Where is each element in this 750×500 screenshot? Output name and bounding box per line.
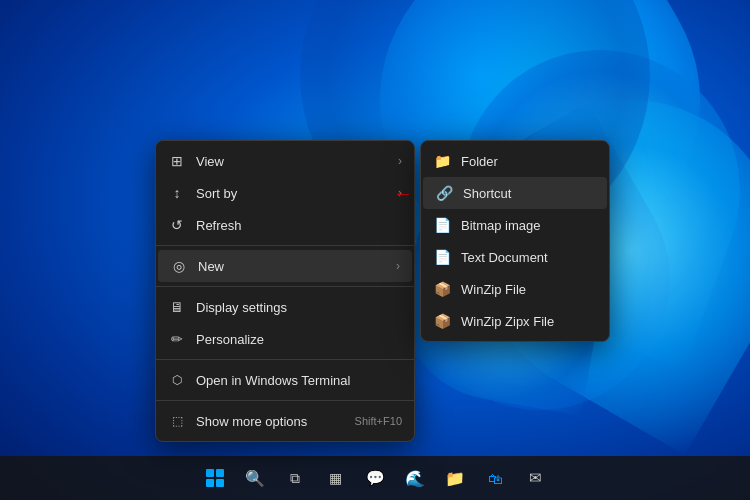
- submenu-item-textdoc[interactable]: 📄 Text Document: [421, 241, 609, 273]
- terminal-icon: ⬡: [168, 371, 186, 389]
- refresh-label: Refresh: [196, 218, 402, 233]
- sort-label: Sort by: [196, 186, 388, 201]
- view-arrow: ›: [398, 154, 402, 168]
- store-button[interactable]: 🛍: [477, 460, 513, 496]
- windows-logo-icon: [206, 469, 224, 487]
- menu-item-personalize[interactable]: ✏ Personalize: [156, 323, 414, 355]
- display-icon: 🖥: [168, 298, 186, 316]
- folder-label: Folder: [461, 154, 498, 169]
- menu-item-sort[interactable]: ↕ Sort by ›: [156, 177, 414, 209]
- sort-icon: ↕: [168, 184, 186, 202]
- separator-4: [156, 400, 414, 401]
- menu-item-display[interactable]: 🖥 Display settings: [156, 291, 414, 323]
- refresh-icon: ↺: [168, 216, 186, 234]
- mail-icon: ✉: [529, 469, 542, 487]
- edge-button[interactable]: 🌊: [397, 460, 433, 496]
- submenu-item-shortcut[interactable]: ← 🔗 Shortcut: [423, 177, 607, 209]
- winzipx-icon: 📦: [433, 312, 451, 330]
- search-button[interactable]: 🔍: [237, 460, 273, 496]
- menu-item-view[interactable]: ⊞ View ›: [156, 145, 414, 177]
- menu-item-terminal[interactable]: ⬡ Open in Windows Terminal: [156, 364, 414, 396]
- edge-icon: 🌊: [405, 469, 425, 488]
- teams-button[interactable]: 💬: [357, 460, 393, 496]
- display-label: Display settings: [196, 300, 402, 315]
- teams-icon: 💬: [366, 469, 385, 487]
- more-icon: ⬚: [168, 412, 186, 430]
- menu-item-new[interactable]: ◎ New ›: [158, 250, 412, 282]
- new-icon: ◎: [170, 257, 188, 275]
- bitmap-label: Bitmap image: [461, 218, 540, 233]
- terminal-label: Open in Windows Terminal: [196, 373, 402, 388]
- winzip-icon: 📦: [433, 280, 451, 298]
- red-arrow-indicator: ←: [393, 182, 413, 205]
- submenu-item-winzipx[interactable]: 📦 WinZip Zipx File: [421, 305, 609, 337]
- separator-3: [156, 359, 414, 360]
- submenu-item-winzip[interactable]: 📦 WinZip File: [421, 273, 609, 305]
- separator-1: [156, 245, 414, 246]
- widgets-button[interactable]: ▦: [317, 460, 353, 496]
- winzip-label: WinZip File: [461, 282, 526, 297]
- taskview-icon: ⧉: [290, 470, 300, 487]
- shortcut-label: Shortcut: [463, 186, 511, 201]
- taskview-button[interactable]: ⧉: [277, 460, 313, 496]
- separator-2: [156, 286, 414, 287]
- submenu-item-bitmap[interactable]: 📄 Bitmap image: [421, 209, 609, 241]
- view-icon: ⊞: [168, 152, 186, 170]
- mail-button[interactable]: ✉: [517, 460, 553, 496]
- menu-item-more[interactable]: ⬚ Show more options Shift+F10: [156, 405, 414, 437]
- store-icon: 🛍: [488, 470, 503, 487]
- view-label: View: [196, 154, 388, 169]
- more-shortcut: Shift+F10: [355, 415, 402, 427]
- shortcut-icon: 🔗: [435, 184, 453, 202]
- taskbar: 🔍 ⧉ ▦ 💬 🌊 📁 🛍 ✉: [0, 456, 750, 500]
- menu-item-refresh[interactable]: ↺ Refresh: [156, 209, 414, 241]
- context-menu: ⊞ View › ↕ Sort by › ↺ Refresh ◎ New › 🖥…: [155, 140, 415, 442]
- explorer-icon: 📁: [445, 469, 465, 488]
- start-button[interactable]: [197, 460, 233, 496]
- search-icon: 🔍: [245, 469, 265, 488]
- bitmap-icon: 📄: [433, 216, 451, 234]
- personalize-label: Personalize: [196, 332, 402, 347]
- new-submenu: 📁 Folder ← 🔗 Shortcut 📄 Bitmap image 📄 T…: [420, 140, 610, 342]
- folder-icon: 📁: [433, 152, 451, 170]
- more-label: Show more options: [196, 414, 345, 429]
- winzipx-label: WinZip Zipx File: [461, 314, 554, 329]
- personalize-icon: ✏: [168, 330, 186, 348]
- textdoc-icon: 📄: [433, 248, 451, 266]
- new-label: New: [198, 259, 386, 274]
- widgets-icon: ▦: [329, 470, 342, 486]
- new-arrow: ›: [396, 259, 400, 273]
- explorer-button[interactable]: 📁: [437, 460, 473, 496]
- submenu-item-folder[interactable]: 📁 Folder: [421, 145, 609, 177]
- textdoc-label: Text Document: [461, 250, 548, 265]
